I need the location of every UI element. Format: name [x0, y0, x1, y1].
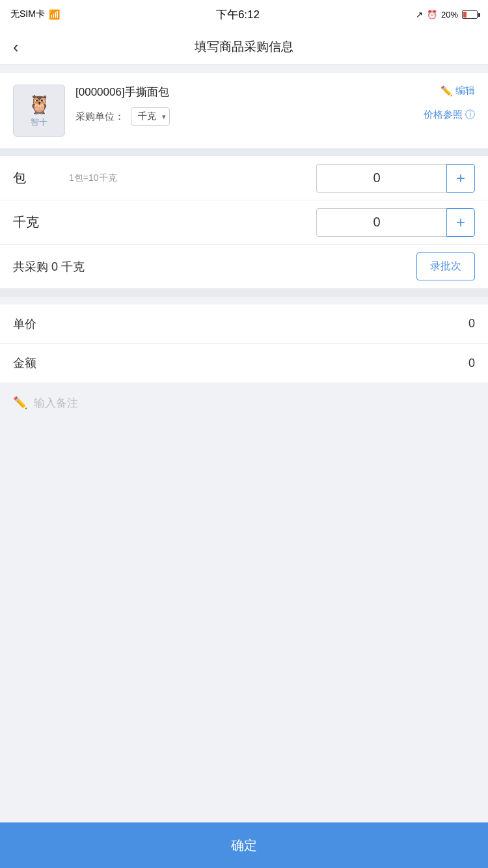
nav-bar: ‹ 填写商品采购信息	[0, 29, 488, 65]
status-bar: 无SIM卡 📶 下午6:12 ↗ ⏰ 20%	[0, 0, 488, 29]
total-label: 共采购 0 千克	[13, 259, 85, 275]
status-right: ↗ ⏰ 20%	[416, 10, 478, 20]
edit-button[interactable]: ✏️ 编辑	[441, 85, 475, 97]
amount-label: 金额	[13, 355, 36, 371]
price-ref-label: 价格参照	[424, 109, 463, 121]
unit-price-label: 单价	[13, 316, 36, 332]
wifi-icon: 📶	[49, 9, 60, 20]
location-icon: ↗	[416, 10, 423, 20]
alarm-icon: ⏰	[427, 10, 437, 20]
product-right: ✏️ 编辑 价格参照 ⓘ	[424, 85, 475, 121]
status-time: 下午6:12	[216, 7, 260, 22]
back-button[interactable]: ‹	[13, 38, 19, 55]
battery-icon	[462, 10, 478, 19]
product-unit-row: 采购单位： 千克	[75, 107, 413, 126]
carrier-text: 无SIM卡	[10, 8, 45, 20]
quantity-label-bao: 包	[13, 169, 65, 187]
product-name: [0000006]手撕面包	[75, 85, 413, 100]
unit-select[interactable]: 千克	[131, 107, 170, 126]
price-row-amount: 金额 0	[0, 344, 488, 383]
product-logo-text: 智十	[31, 116, 47, 128]
confirm-bar[interactable]: 确定	[0, 822, 488, 868]
product-info: [0000006]手撕面包 采购单位： 千克	[75, 85, 413, 126]
pencil-icon: ✏️	[13, 396, 27, 410]
product-logo-icon: 🦉	[28, 94, 51, 115]
main-content: 🦉 智十 [0000006]手撕面包 采购单位： 千克 ✏️ 编辑 价格参照 ⓘ	[0, 73, 488, 513]
price-section: 单价 0 金额 0	[0, 305, 488, 383]
product-card: 🦉 智十 [0000006]手撕面包 采购单位： 千克 ✏️ 编辑 价格参照 ⓘ	[0, 73, 488, 148]
note-placeholder[interactable]: 输入备注	[34, 396, 78, 411]
battery-percent: 20%	[441, 10, 458, 20]
price-ref-button[interactable]: 价格参照 ⓘ	[424, 109, 475, 121]
edit-icon: ✏️	[441, 85, 453, 97]
product-image: 🦉 智十	[13, 85, 65, 137]
record-batch-button[interactable]: 录批次	[416, 252, 475, 280]
divider-1	[0, 148, 488, 156]
quantity-input-bao[interactable]	[316, 164, 446, 193]
divider-2	[0, 289, 488, 297]
quantity-sublabel-bao: 1包=10千克	[69, 172, 117, 184]
quantity-plus-bao[interactable]: +	[446, 164, 475, 193]
price-ref-help-icon: ⓘ	[465, 109, 475, 121]
unit-value: 千克	[138, 111, 156, 122]
quantity-input-kg[interactable]	[316, 208, 446, 237]
quantity-input-wrapper-bao: +	[117, 164, 475, 193]
status-left: 无SIM卡 📶	[10, 8, 60, 20]
quantity-section: 包 1包=10千克 + 千克 + 共采购 0 千克 录批次	[0, 156, 488, 289]
quantity-input-wrapper-kg: +	[65, 208, 475, 237]
total-row: 共采购 0 千克 录批次	[0, 245, 488, 289]
note-section: ✏️ 输入备注	[0, 383, 488, 461]
page-title: 填写商品采购信息	[195, 38, 293, 55]
unit-price-value: 0	[468, 317, 475, 331]
quantity-plus-kg[interactable]: +	[446, 208, 475, 237]
edit-label: 编辑	[455, 85, 475, 97]
quantity-label-kg: 千克	[13, 213, 65, 231]
amount-value: 0	[468, 357, 475, 370]
quantity-row-kg: 千克 +	[0, 200, 488, 245]
quantity-row-bao: 包 1包=10千克 +	[0, 156, 488, 200]
price-row-unit: 单价 0	[0, 305, 488, 344]
unit-label: 采购单位：	[75, 111, 124, 123]
confirm-button[interactable]: 确定	[231, 837, 257, 854]
